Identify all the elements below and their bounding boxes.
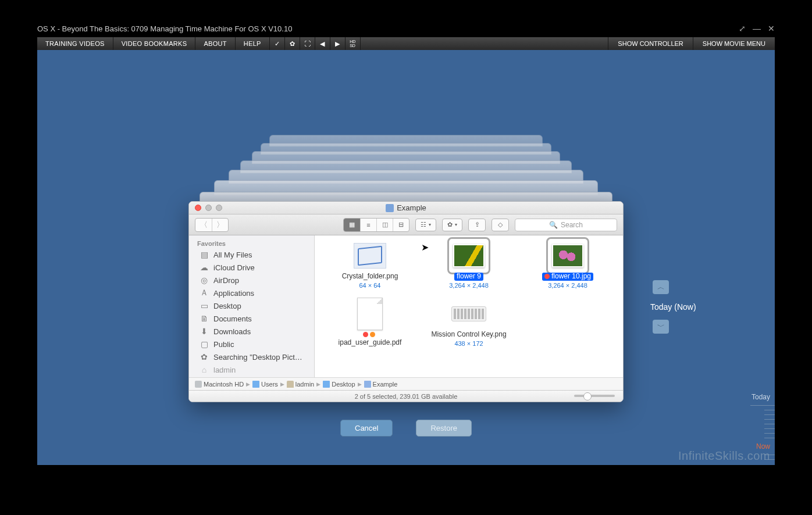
- tag-red-icon: [544, 274, 550, 279]
- sidebar-item-airdrop[interactable]: ◎AirDrop: [189, 274, 314, 287]
- chevron-right-icon: ▶: [280, 381, 284, 387]
- menu-help[interactable]: HELP: [236, 37, 270, 50]
- path-segment[interactable]: Example: [364, 381, 398, 388]
- downloads-icon: ⬇: [200, 327, 209, 336]
- timeline-down-button[interactable]: ﹀: [653, 320, 669, 334]
- cloud-icon: ☁: [200, 263, 209, 272]
- path-segment[interactable]: Users: [252, 381, 278, 388]
- file-name: flower 9: [454, 273, 483, 281]
- file-name: Mission Control Key.png: [431, 331, 506, 339]
- file-name: flower 10.jpg: [542, 273, 593, 281]
- path-segment[interactable]: Desktop: [323, 381, 355, 388]
- file-name: ipad_user_guide.pdf: [332, 331, 408, 347]
- sidebar-item-public[interactable]: ▢Public: [189, 338, 314, 351]
- sidebar-item-all-my-files[interactable]: ▤All My Files: [189, 248, 314, 261]
- arrange-button[interactable]: ☷ ▾: [415, 219, 436, 231]
- folder-icon: [386, 204, 394, 212]
- traffic-close-icon[interactable]: [195, 205, 201, 211]
- menu-show-controller[interactable]: SHOW CONTROLLER: [608, 37, 692, 50]
- view-column-button[interactable]: ◫: [376, 219, 393, 231]
- sidebar-item-search[interactable]: ✿Searching "Desktop Pict…: [189, 351, 314, 363]
- hd-icon: [195, 381, 202, 388]
- image-thumb-icon: [453, 244, 485, 267]
- timeline-today-label: Today: [740, 393, 775, 401]
- sidebar-item-downloads[interactable]: ⬇Downloads: [189, 325, 314, 338]
- restore-button[interactable]: Restore: [416, 420, 472, 437]
- status-text: 2 of 5 selected, 239.01 GB available: [355, 393, 458, 400]
- cancel-button[interactable]: Cancel: [340, 420, 393, 437]
- chevron-right-icon: ▶: [246, 381, 250, 387]
- sidebar-item-applications[interactable]: ＡApplications: [189, 287, 314, 299]
- menu-training-videos[interactable]: TRAINING VIDEOS: [37, 37, 113, 50]
- tag-orange-icon: [370, 332, 375, 337]
- play-icon[interactable]: ▶: [330, 37, 346, 50]
- finder-title: Example: [397, 203, 426, 212]
- sidebar-header: Favorites: [189, 239, 314, 248]
- desktop-icon: ▭: [200, 301, 209, 310]
- menu-show-movie-menu[interactable]: SHOW MOVIE MENU: [693, 37, 775, 50]
- airdrop-icon: ◎: [200, 276, 209, 285]
- window-minimize-icon[interactable]: —: [753, 24, 761, 33]
- all-files-icon: ▤: [200, 250, 209, 259]
- file-item[interactable]: Crystal_folder.png 64 × 64: [323, 240, 417, 289]
- search-input[interactable]: 🔍 Search: [515, 219, 617, 231]
- hd-sd-icon[interactable]: HDSD: [346, 37, 361, 50]
- traffic-zoom-icon[interactable]: [216, 205, 222, 211]
- check-icon[interactable]: ✓: [270, 37, 285, 50]
- file-name: Crystal_folder.png: [342, 273, 398, 281]
- sidebar-item-ladmin[interactable]: ⌂ladmin: [189, 363, 314, 376]
- time-machine-stage: Example 〈 〉 ▦ ≡ ◫ ⊟ ☷ ▾ ✿ ▾ ⇪ ◇: [37, 50, 775, 465]
- image-thumb-icon: [552, 244, 583, 267]
- file-dimensions: 64 × 64: [359, 282, 380, 289]
- search-placeholder: Search: [561, 221, 583, 229]
- share-button[interactable]: ⇪: [468, 219, 486, 231]
- menu-video-bookmarks[interactable]: VIDEO BOOKMARKS: [113, 37, 196, 50]
- file-grid: Crystal_folder.png 64 × 64 flower 9 3,26…: [315, 235, 623, 377]
- player-menubar: TRAINING VIDEOS VIDEO BOOKMARKS ABOUT HE…: [37, 37, 775, 50]
- view-list-button[interactable]: ≡: [360, 219, 376, 231]
- file-dimensions: 438 × 172: [454, 340, 483, 347]
- app-window-title: OS X - Beyond The Basics: 0709 Managing …: [37, 24, 739, 33]
- folder-icon: [252, 381, 259, 388]
- public-icon: ▢: [200, 339, 209, 349]
- tags-button[interactable]: ◇: [492, 219, 509, 231]
- timeline-ticks[interactable]: Today Now: [740, 294, 775, 465]
- view-icon-button[interactable]: ▦: [344, 219, 360, 231]
- file-item[interactable]: ipad_user_guide.pdf: [323, 298, 417, 347]
- file-item[interactable]: flower 9 3,264 × 2,448: [422, 240, 516, 289]
- traffic-minimize-icon[interactable]: [205, 205, 212, 211]
- menu-about[interactable]: ABOUT: [195, 37, 235, 50]
- icon-size-slider[interactable]: [574, 395, 615, 397]
- search-icon: 🔍: [549, 221, 558, 229]
- finder-window: Example 〈 〉 ▦ ≡ ◫ ⊟ ☷ ▾ ✿ ▾ ⇪ ◇: [188, 201, 624, 402]
- prev-icon[interactable]: ◀: [315, 37, 330, 50]
- nav-forward-button[interactable]: 〉: [212, 219, 228, 231]
- home-icon: ⌂: [200, 365, 209, 374]
- file-item[interactable]: flower 10.jpg 3,264 × 2,448: [521, 240, 615, 289]
- applications-icon: Ａ: [200, 288, 209, 298]
- path-bar: Macintosh HD ▶ Users ▶ ladmin ▶ Desktop …: [189, 377, 623, 390]
- folder-icon: [364, 381, 371, 388]
- file-dimensions: 3,264 × 2,448: [548, 282, 587, 289]
- tag-red-icon: [363, 332, 368, 337]
- nav-back-button[interactable]: 〈: [195, 219, 212, 231]
- path-segment[interactable]: Macintosh HD: [195, 381, 244, 388]
- pdf-thumb-icon: [357, 298, 383, 330]
- folder-thumb-icon: [354, 243, 386, 269]
- view-coverflow-button[interactable]: ⊟: [393, 219, 409, 231]
- folder-icon: [323, 381, 330, 388]
- popout-icon[interactable]: ⛶: [300, 37, 315, 50]
- file-item[interactable]: Mission Control Key.png 438 × 172: [422, 298, 516, 347]
- window-close-icon[interactable]: ✕: [768, 24, 775, 33]
- sidebar-item-documents[interactable]: 🗎Documents: [189, 312, 314, 325]
- path-segment[interactable]: ladmin: [287, 381, 314, 388]
- gear-icon[interactable]: ✿: [285, 37, 300, 50]
- gear-icon: ✿: [200, 352, 209, 362]
- sidebar-item-desktop[interactable]: ▭Desktop: [189, 299, 314, 312]
- window-restore-icon[interactable]: ⤢: [739, 24, 746, 33]
- keyboard-thumb-icon: [451, 306, 486, 321]
- sidebar-item-icloud-drive[interactable]: ☁iCloud Drive: [189, 261, 314, 274]
- chevron-right-icon: ▶: [358, 381, 362, 387]
- action-button[interactable]: ✿ ▾: [442, 219, 462, 231]
- timeline-up-button[interactable]: ︿: [653, 280, 669, 294]
